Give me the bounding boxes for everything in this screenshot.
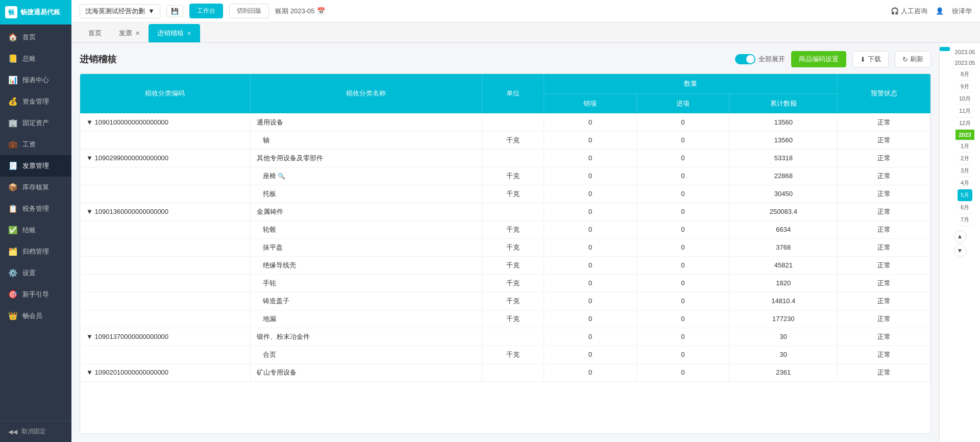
row-name: 手轮	[250, 274, 482, 292]
period-down-button[interactable]: ▼	[954, 244, 966, 257]
row-code: ▼ 10901370000000000000	[80, 328, 250, 346]
th-total: 累计数额	[729, 94, 838, 114]
row-status: 正常	[838, 346, 930, 363]
switch-version-button[interactable]: 切到旧版	[229, 4, 269, 18]
row-name: 托板	[250, 185, 482, 203]
row-total: 14810.4	[729, 292, 838, 310]
period-item[interactable]: 2023.05	[952, 47, 978, 58]
sidebar-item-reports[interactable]: 📊 报表中心	[0, 69, 71, 91]
sidebar-item-home[interactable]: 🏠 首页	[0, 27, 71, 48]
tab-home[interactable]: 首页	[80, 24, 110, 42]
calendar-icon[interactable]: 📅	[317, 7, 325, 15]
tab-reconciliation-close[interactable]: ✕	[187, 30, 191, 37]
period-item[interactable]: 7月	[958, 214, 972, 226]
app-logo[interactable]: 畅 畅捷通易代账	[0, 0, 71, 24]
period-item[interactable]: 11月	[956, 105, 974, 117]
row-total: 45821	[729, 256, 838, 274]
row-unit: 千克	[482, 238, 544, 256]
product-code-settings-button[interactable]: 商品编码设置	[791, 51, 846, 67]
tab-reconciliation-label: 进销稽核	[157, 29, 184, 38]
tab-reconciliation[interactable]: 进销稽核 ✕	[149, 24, 200, 42]
row-status: 正常	[838, 149, 930, 167]
sidebar-item-invoice[interactable]: 🧾 发票管理	[0, 155, 71, 177]
save-draft-button[interactable]: 💾	[166, 5, 183, 17]
sidebar-item-label: 资金管理	[22, 97, 49, 106]
row-unit: 千克	[482, 310, 544, 328]
row-sales: 0	[544, 256, 636, 274]
sidebar-item-finance[interactable]: 💰 资金管理	[0, 91, 71, 112]
toggle-switch[interactable]	[735, 54, 755, 64]
tab-invoice[interactable]: 发票 ✕	[110, 24, 149, 42]
period-item[interactable]: 5月	[958, 189, 972, 202]
row-status: 正常	[838, 185, 930, 203]
panel-toggle-button[interactable]: 期间选择	[940, 47, 950, 51]
period-item[interactable]: 8月	[958, 68, 972, 81]
period-item[interactable]: 2023	[955, 130, 974, 140]
refresh-button[interactable]: ↻ 刷新	[895, 51, 931, 67]
sidebar-item-label: 库存核算	[22, 183, 49, 192]
workspace-button[interactable]: 工作台	[189, 4, 223, 18]
row-code	[80, 346, 250, 363]
row-name: 轴	[250, 131, 482, 149]
sidebar-item-archive[interactable]: 🗂️ 归档管理	[0, 241, 71, 262]
sidebar-item-label: 首页	[22, 33, 36, 42]
guide-icon: 🎯	[8, 290, 17, 299]
sidebar-item-label: 总账	[22, 54, 36, 63]
row-name: 绝缘导线壳	[250, 256, 482, 274]
th-status: 预警状态	[838, 74, 930, 113]
row-name: 铸造盖子	[250, 292, 482, 310]
row-unit	[482, 328, 544, 346]
row-status: 正常	[838, 238, 930, 256]
sidebar-item-settings[interactable]: ⚙️ 设置	[0, 262, 71, 284]
sidebar-item-tax[interactable]: 📋 税务管理	[0, 198, 71, 219]
row-total: 177230	[729, 310, 838, 328]
period-item[interactable]: 1月	[958, 140, 972, 153]
row-name: 地漏	[250, 310, 482, 328]
period-item[interactable]: 10月	[956, 93, 974, 105]
row-total: 250083.4	[729, 203, 838, 220]
row-total: 53318	[729, 149, 838, 167]
sidebar-item-close[interactable]: ✅ 结账	[0, 219, 71, 241]
ai-consultant[interactable]: 🎧 人工咨询	[891, 7, 927, 16]
row-sales: 0	[544, 131, 636, 149]
period-item[interactable]: 6月	[958, 202, 972, 214]
tab-invoice-close[interactable]: ✕	[135, 30, 140, 37]
row-unit: 千克	[482, 274, 544, 292]
sidebar-item-salary[interactable]: 💼 工资	[0, 134, 71, 155]
assets-icon: 🏢	[8, 118, 17, 128]
invoice-icon: 🧾	[8, 161, 17, 170]
period-item[interactable]: 12月	[956, 117, 974, 130]
period-item[interactable]: 2023.05	[952, 58, 978, 68]
expand-all-toggle[interactable]: 全部展开	[735, 54, 785, 64]
row-status: 正常	[838, 167, 930, 185]
period-item[interactable]: 4月	[958, 177, 972, 189]
period-item[interactable]: 3月	[958, 165, 972, 177]
row-status: 正常	[838, 310, 930, 328]
row-sales: 0	[544, 220, 636, 238]
row-name: 锻件、粉末冶金件	[250, 328, 482, 346]
period-up-button[interactable]: ▲	[954, 230, 966, 242]
inventory-icon: 📦	[8, 183, 17, 192]
home-icon: 🏠	[8, 33, 17, 42]
sidebar-item-member[interactable]: 👑 畅会员	[0, 305, 71, 327]
row-status: 正常	[838, 328, 930, 346]
sidebar-item-inventory[interactable]: 📦 库存核算	[0, 177, 71, 198]
row-sales: 0	[544, 113, 636, 131]
th-name: 税收分类名称	[250, 74, 482, 113]
sidebar-footer-unpin[interactable]: ◀◀ 取消固定	[0, 421, 71, 442]
company-selector[interactable]: 沈海英测试经营勿删 ▼	[80, 4, 160, 18]
row-unit: 千克	[482, 256, 544, 274]
sidebar-item-assets[interactable]: 🏢 固定资产	[0, 112, 71, 134]
sidebar-item-guide[interactable]: 🎯 新手引导	[0, 284, 71, 305]
period-item[interactable]: 2月	[958, 153, 972, 165]
period-item[interactable]: 9月	[958, 81, 972, 93]
sidebar-item-ledger[interactable]: 📒 总账	[0, 48, 71, 69]
download-button[interactable]: ⬇ 下载	[852, 51, 889, 67]
row-sales: 0	[544, 203, 636, 220]
sidebar-nav: 🏠 首页 📒 总账 📊 报表中心 💰 资金管理 🏢 固定资产 💼 工资 🧾 发票…	[0, 24, 71, 421]
row-total: 3768	[729, 238, 838, 256]
row-name: 矿山专用设备	[250, 363, 482, 381]
sidebar-item-label: 税务管理	[22, 204, 49, 213]
row-code	[80, 185, 250, 203]
row-code	[80, 131, 250, 149]
